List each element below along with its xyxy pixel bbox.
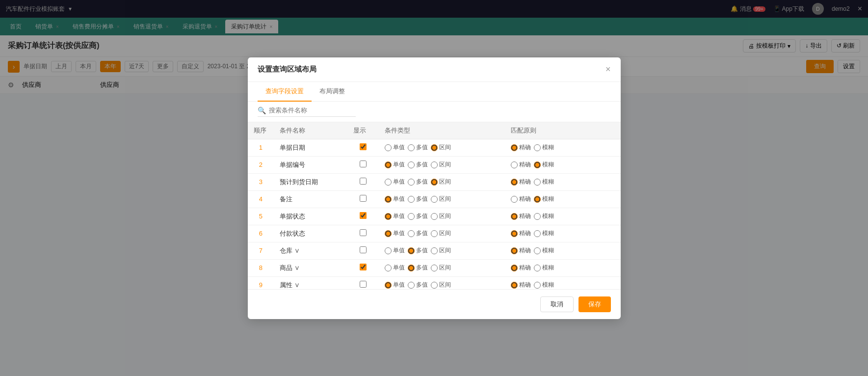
dialog-close-button[interactable]: × [605, 64, 611, 75]
modal-overlay: 设置查询区域布局 × 查询字段设置 布局调整 🔍 顺序 [0, 0, 868, 94]
tab-fields[interactable]: 查询字段设置 [258, 82, 312, 94]
dialog-title: 设置查询区域布局 [258, 65, 316, 74]
tab-layout[interactable]: 布局调整 [312, 82, 353, 94]
dialog-header: 设置查询区域布局 × [248, 57, 621, 82]
settings-dialog: 设置查询区域布局 × 查询字段设置 布局调整 🔍 顺序 [248, 57, 621, 94]
dialog-tabs: 查询字段设置 布局调整 [248, 82, 621, 94]
